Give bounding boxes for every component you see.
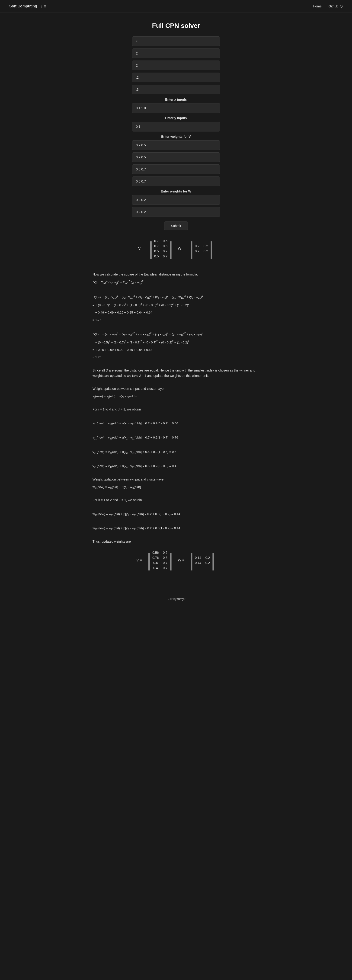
w-updated-matrix-label: W = <box>178 558 185 562</box>
d1-line1: = + (0 - 0.7)2 + (1 - 0.7)2 + (1 - 0.5)2… <box>92 302 260 308</box>
y-inputs-label: Enter y inputs <box>132 116 220 120</box>
w-bracket-right: | <box>209 239 214 258</box>
v4-input-group <box>132 177 220 186</box>
v-weights-label: Enter weights for V <box>132 135 220 138</box>
v-matrix-cells: 0.7 0.5 0.7 0.5 0.5 0.7 0.5 0.7 <box>153 237 168 260</box>
v-updated-cell-2-0: 0.6 <box>152 561 159 565</box>
input-group-5 <box>132 84 220 94</box>
v2-field[interactable] <box>132 152 220 162</box>
w-updated-bracket-right: | <box>211 551 216 570</box>
initial-matrix-display: V = | 0.7 0.5 0.7 0.5 0.5 0.7 0.5 0.7 | … <box>92 237 260 260</box>
v-updated-bracket-left: | <box>147 551 152 570</box>
nav-right: Home Github ⬡ <box>313 5 343 8</box>
w-updated-cell-0-1: 0.2 <box>205 556 210 560</box>
inputs-container: Enter x inputs Enter y inputs Enter weig… <box>132 37 220 217</box>
v-matrix-label: V = <box>138 247 144 251</box>
x-inputs-label: Enter x inputs <box>132 98 220 101</box>
w-bracket-left: | <box>189 239 194 258</box>
x-inputs-field[interactable] <box>132 103 220 113</box>
footer: Built by tnmyk <box>0 592 352 605</box>
nav-dots-icon <box>41 5 41 8</box>
github-icon: ⬡ <box>340 5 343 8</box>
v-updated-cell-3-1: 0.7 <box>163 566 167 570</box>
v41-eq: v41(new) = v41(old) + α[x4 - v41(old)] =… <box>92 463 260 469</box>
v-cell-1-1: 0.5 <box>163 244 167 248</box>
w-cell-0-1: 0.2 <box>204 244 208 248</box>
v-updated-matrix-bracket: | 0.56 0.5 0.76 0.5 0.6 0.7 0.4 0.7 | <box>147 549 173 572</box>
page-title: Full CPN solver <box>92 22 260 29</box>
v-bracket-left: | <box>148 239 153 258</box>
formula-d: D(j) = Σi=14 (xi - vij)2 + Σk=12 (yk - w… <box>92 279 260 285</box>
num-inputs-field[interactable] <box>132 37 220 46</box>
w-updated-matrix-cells: 0.14 0.2 0.44 0.2 <box>194 554 211 566</box>
input-group-2 <box>132 48 220 58</box>
main-content: Full CPN solver Enter x inputs Enter y i… <box>88 13 264 592</box>
v-updated-bracket-right: | <box>168 551 173 570</box>
num-clusters-field[interactable] <box>132 48 220 58</box>
w-cell-1-1: 0.2 <box>204 249 208 253</box>
nav-grid-icon <box>44 5 46 8</box>
v21-eq: v21(new) = v21(old) + α[x2 - v21(old)] =… <box>92 435 260 441</box>
w2-input-group <box>132 207 220 217</box>
v-cell-0-0: 0.7 <box>154 239 159 243</box>
for-i-j-text: For i = 1 to 4 and J = 1, we obtain <box>92 407 260 412</box>
y-inputs-field[interactable] <box>132 122 220 132</box>
input-group-1 <box>132 37 220 46</box>
w-matrix-bracket: | 0.2 0.2 0.2 0.2 | <box>189 239 214 258</box>
d1-heading: D(1) = + (x1 - v11)2 + (x2 - v21)2 + (x3… <box>92 294 260 300</box>
v-updated-matrix-cells: 0.56 0.5 0.76 0.5 0.6 0.7 0.4 0.7 <box>151 549 168 572</box>
v-cell-1-0: 0.7 <box>154 244 159 248</box>
intro-text: Now we calculate the square of the Eucli… <box>92 272 260 277</box>
w-updated-cell-1-0: 0.44 <box>195 561 201 565</box>
w1-field[interactable] <box>132 195 220 205</box>
navbar: Soft Computing Home Github ⬡ <box>0 0 352 13</box>
w11-eq: w11(new) = w11(old) + β[y1 - w11(old)] =… <box>92 511 260 517</box>
v-updated-cell-2-1: 0.7 <box>163 561 167 565</box>
d2-line1: = + (0 - 0.5)2 + (1 - 0.7)2 + (1 - 0.7)2… <box>92 339 260 345</box>
d1-line3: = 1.76 <box>92 317 260 323</box>
v-cell-3-1: 0.7 <box>163 255 167 258</box>
w-updated-bracket-left: | <box>189 551 194 570</box>
input-group-4 <box>132 73 220 82</box>
submit-button[interactable]: Submit <box>164 221 188 230</box>
d2-line2: = + 0.25 + 0.09 + 0.09 + 0.49 + 0.04 + 0… <box>92 347 260 353</box>
w-updated-cell-0-0: 0.14 <box>195 556 201 560</box>
input-group-3 <box>132 60 220 70</box>
beta-field[interactable] <box>132 84 220 94</box>
weight-update-v-formula: vij(new) = vij(old) + α(xi - vij(old)) <box>92 393 260 399</box>
v-cell-2-1: 0.7 <box>163 249 167 253</box>
x-input-group <box>132 103 220 113</box>
footer-built-by: Built by <box>167 597 177 601</box>
w2-field[interactable] <box>132 207 220 217</box>
v2-input-group <box>132 152 220 162</box>
w-weights-label: Enter weights for W <box>132 189 220 193</box>
v-matrix-bracket: | 0.7 0.5 0.7 0.5 0.5 0.7 0.5 0.7 | <box>148 237 173 260</box>
weight-update-w-formula: wkj(new) = wkj(old) + β[yk - wkj(old)] <box>92 484 260 490</box>
v-updated-cell-0-0: 0.56 <box>152 551 159 554</box>
nav-logo: Soft Computing <box>9 4 37 8</box>
w1-input-group <box>132 195 220 205</box>
w-matrix-label: W = <box>178 247 185 251</box>
footer-author-link[interactable]: tnmyk <box>177 597 185 601</box>
v3-field[interactable] <box>132 164 220 174</box>
alpha-field[interactable] <box>132 73 220 82</box>
w21-eq: w21(new) = w21(old) + β[y2 - w21(old)] =… <box>92 525 260 531</box>
v-cell-3-0: 0.5 <box>154 255 159 258</box>
w-cell-1-0: 0.2 <box>195 249 199 253</box>
v4-field[interactable] <box>132 177 220 186</box>
y-input-group <box>132 122 220 132</box>
v1-field[interactable] <box>132 140 220 150</box>
v-updated-cell-1-0: 0.76 <box>152 556 159 560</box>
solution-content: Now we calculate the square of the Eucli… <box>92 272 260 544</box>
weight-update-v-heading: Weight updation between x-input and clus… <box>92 386 260 392</box>
v-updated-cell-1-1: 0.5 <box>163 556 167 560</box>
v11-eq: v11(new) = v11(old) + α[x1 - v11(old)] =… <box>92 421 260 427</box>
v-cell-2-0: 0.5 <box>154 249 159 253</box>
github-link[interactable]: Github ⬡ <box>328 5 343 8</box>
v1-input-group <box>132 140 220 150</box>
w-updated-matrix-bracket: | 0.14 0.2 0.44 0.2 | <box>189 551 216 570</box>
nav-left: Soft Computing <box>9 4 46 8</box>
num-y-field[interactable] <box>132 60 220 70</box>
w-updated-cell-1-1: 0.2 <box>205 561 210 565</box>
home-link[interactable]: Home <box>313 5 322 8</box>
